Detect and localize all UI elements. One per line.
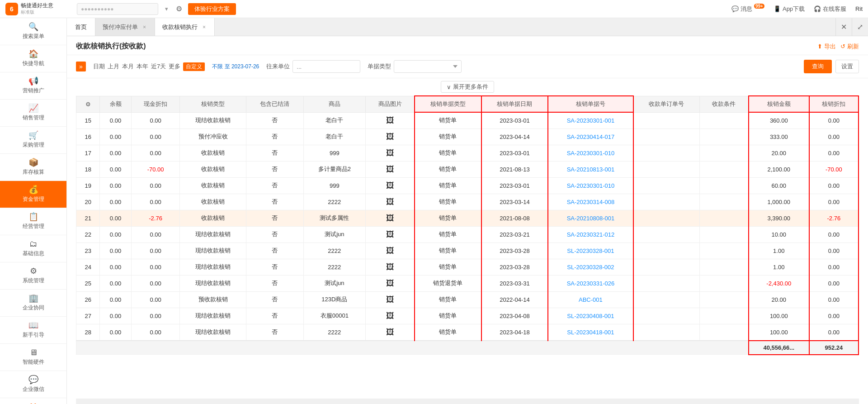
page-header: 收款核销执行(按收款) ⬆ 导出 ↺ 刷新 xyxy=(67,36,868,55)
app-download-link[interactable]: 📱 App下载 xyxy=(774,5,805,13)
verify-bill-no-link[interactable]: SA-20210808-001 xyxy=(567,215,615,222)
sidebar-item-purchase[interactable]: 🛒 采购管理 xyxy=(0,127,66,154)
tab-prepay-close[interactable]: × xyxy=(142,24,147,31)
page-title: 收款核销执行(按收款) xyxy=(76,42,146,51)
expand-more-button[interactable]: ∨ 展开更多条件 xyxy=(441,81,494,93)
logo-text: 畅捷通好生意 xyxy=(21,2,53,10)
verify-bill-no-link[interactable]: SL-20230328-001 xyxy=(567,247,614,254)
sidebar: 🔍 搜索菜单 🏠 快捷导航 📢 营销推广 📈 销售管理 🛒 采购管理 📦 库存核… xyxy=(0,18,67,404)
tab-prepay[interactable]: 预付冲应付单 × xyxy=(95,18,155,36)
table-header: ⚙ 余额 现金折扣 核销类型 包含已结清 商品 商品图片 核销单据类型 核销单据… xyxy=(76,96,859,112)
verify-bill-no-link[interactable]: SL-20230418-001 xyxy=(567,329,614,336)
from-unit-filter: 往来单位 xyxy=(266,60,360,73)
date-this-month[interactable]: 本月 xyxy=(122,62,134,71)
industry-button[interactable]: 体验行业方案 xyxy=(188,3,236,15)
th-settings[interactable]: ⚙ xyxy=(76,96,100,112)
table-scrollbar[interactable] xyxy=(76,399,859,404)
from-unit-input[interactable] xyxy=(292,60,360,73)
table-row: 26 0.00 0.00 预收款核销 否 123D商品 🖼 销货单 2022-0… xyxy=(76,291,859,308)
notification-bell[interactable]: 💬 消息 99+ xyxy=(731,5,764,13)
gear-icon[interactable]: ⚙ xyxy=(175,5,184,14)
tab-receipt-verify[interactable]: 收款核销执行 × xyxy=(155,18,215,36)
inventory-icon: 📦 xyxy=(28,158,38,166)
corp-icon: 🏢 xyxy=(28,294,38,302)
verify-bill-no-link[interactable]: SL-20230328-002 xyxy=(567,264,614,271)
bill-type-select[interactable] xyxy=(394,60,462,73)
tab-actions: ✕ ⤢ xyxy=(835,18,868,36)
verify-bill-no-link[interactable]: SA-20210813-001 xyxy=(567,166,615,173)
table-row: 22 0.00 0.00 现结收款核销 否 测试jun 🖼 销货单 2023-0… xyxy=(76,226,859,242)
date-more[interactable]: 更多 xyxy=(169,62,180,71)
purchase-icon: 🛒 xyxy=(28,131,38,139)
search-menu-icon: 🔍 xyxy=(28,23,38,31)
verify-bill-no-link[interactable]: SA-20230301-001 xyxy=(567,117,615,124)
logo-badge: 标准版 xyxy=(21,9,53,15)
logo-area: 6 畅捷通好生意 标准版 xyxy=(5,2,72,16)
data-table: ⚙ 余额 现金折扣 核销类型 包含已结清 商品 商品图片 核销单据类型 核销单据… xyxy=(76,95,859,355)
sales-icon: 📈 xyxy=(28,104,38,112)
verify-bill-no-link[interactable]: SA-20230321-012 xyxy=(567,231,615,238)
sidebar-item-finance[interactable]: 💰 资金管理 xyxy=(0,181,66,208)
verify-bill-no-link[interactable]: SL-20230408-001 xyxy=(567,313,614,319)
export-button[interactable]: ⬆ 导出 xyxy=(817,43,836,51)
footer-verify-amount: 40,556,66... xyxy=(749,341,809,355)
setting-button[interactable]: 设置 xyxy=(835,60,859,73)
device-icon: 🖥 xyxy=(29,348,38,356)
table-row: 21 0.00 -2.76 收款核销 否 测试多属性 🖼 销货单 2021-08… xyxy=(76,210,859,226)
sidebar-item-inventory[interactable]: 📦 库存核算 xyxy=(0,154,66,181)
tab-home[interactable]: 首页 xyxy=(67,18,95,36)
date-last-month[interactable]: 上月 xyxy=(108,62,119,71)
manage-icon: 📋 xyxy=(28,213,38,221)
table-row: 16 0.00 0.00 预付冲应收 否 老白干 🖼 销货单 2023-04-1… xyxy=(76,128,859,145)
user-name[interactable]: Rit xyxy=(855,5,863,12)
sidebar-item-manage[interactable]: 📋 经营管理 xyxy=(0,208,66,235)
filter-expand-button[interactable]: » xyxy=(76,62,86,71)
table-body: 15 0.00 0.00 现结收款核销 否 老白干 🖼 销货单 2023-03-… xyxy=(76,112,859,341)
sidebar-item-sales[interactable]: 📈 销售管理 xyxy=(0,100,66,127)
filter-action-buttons: 查询 设置 xyxy=(804,60,859,73)
sidebar-item-marketing[interactable]: 📢 营销推广 xyxy=(0,72,66,100)
date-filter-group: 日期 上月 本月 本年 近7天 更多 自定义 xyxy=(93,62,205,71)
date-this-year[interactable]: 本年 xyxy=(137,62,148,71)
logo-icon: 6 xyxy=(5,3,18,15)
sidebar-item-wechat[interactable]: 💬 企业微信 xyxy=(0,371,66,398)
verify-bill-no-link[interactable]: SA-20230301-010 xyxy=(567,182,615,189)
date-last-7days[interactable]: 近7天 xyxy=(151,62,166,71)
sidebar-item-search-menu[interactable]: 🔍 搜索菜单 xyxy=(0,18,66,45)
sidebar-item-device[interactable]: 🖥 智能硬件 xyxy=(0,344,66,371)
th-include-settled: 包含已结清 xyxy=(246,96,303,112)
main-content: 首页 预付冲应付单 × 收款核销执行 × ✕ ⤢ 收款核销执行(按收款) xyxy=(67,18,868,404)
verify-bill-no-link[interactable]: SA-20230314-008 xyxy=(567,199,615,205)
table-row: 18 0.00 -70.00 收款核销 否 多计量商品2 🖼 销货单 2021-… xyxy=(76,161,859,177)
page-content: 收款核销执行(按收款) ⬆ 导出 ↺ 刷新 » 日期 上月 xyxy=(67,36,868,404)
sidebar-item-quick-nav[interactable]: 🏠 快捷导航 xyxy=(0,45,66,72)
tab-maximize-button[interactable]: ⤢ xyxy=(852,18,868,36)
sidebar-item-corp[interactable]: 🏢 企业协同 xyxy=(0,290,66,317)
date-custom[interactable]: 自定义 xyxy=(183,62,205,71)
guide-icon: 📖 xyxy=(28,321,38,329)
finance-icon: 💰 xyxy=(28,185,38,194)
table-footer: 40,556,66... 952.24 xyxy=(76,341,859,355)
tab-receipt-verify-close[interactable]: × xyxy=(201,24,207,31)
th-verify-bill-date: 核销单据日期 xyxy=(481,96,548,112)
verify-bill-no-link[interactable]: SA-20230301-010 xyxy=(567,150,615,157)
th-verify-bill-no: 核销单据号 xyxy=(548,96,633,112)
online-service-link[interactable]: 🎧 在线客服 xyxy=(814,5,846,13)
sidebar-item-member[interactable]: V 畅会员 xyxy=(0,398,66,404)
sidebar-item-guide[interactable]: 📖 新手引导 xyxy=(0,317,66,344)
verify-bill-no-link[interactable]: ABC-001 xyxy=(579,296,603,303)
refresh-button[interactable]: ↺ 刷新 xyxy=(840,43,859,51)
sidebar-item-system[interactable]: ⚙ 系统管理 xyxy=(0,262,66,290)
table-row: 15 0.00 0.00 现结收款核销 否 老白干 🖼 销货单 2023-03-… xyxy=(76,112,859,128)
table-row: 19 0.00 0.00 收款核销 否 999 🖼 销货单 2023-03-01… xyxy=(76,177,859,194)
verify-bill-no-link[interactable]: SA-20230331-026 xyxy=(567,280,615,287)
tab-close-button[interactable]: ✕ xyxy=(835,18,852,36)
top-bar: 6 畅捷通好生意 标准版 ●●●●●●●●●● ▾ ⚙ 体验行业方案 💬 消息 … xyxy=(0,0,868,18)
verify-bill-no-link[interactable]: SA-20230414-017 xyxy=(567,133,615,140)
notif-count-badge: 99+ xyxy=(754,4,764,9)
dropdown-icon[interactable]: ▾ xyxy=(163,5,170,13)
query-button[interactable]: 查询 xyxy=(804,60,832,73)
sidebar-item-base[interactable]: 🗂 基础信息 xyxy=(0,235,66,262)
table-scroll-area[interactable]: ⚙ 余额 现金折扣 核销类型 包含已结清 商品 商品图片 核销单据类型 核销单据… xyxy=(76,95,859,399)
footer-verify-discount: 952.24 xyxy=(809,341,859,355)
